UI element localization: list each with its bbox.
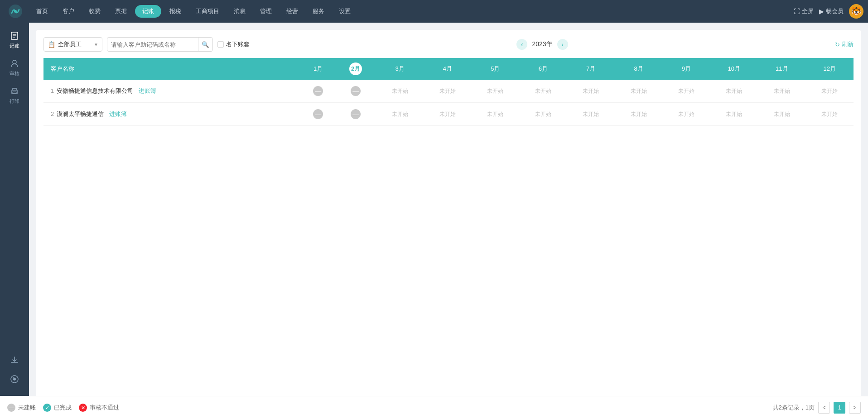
nav-item-settings[interactable]: 设置 (333, 5, 357, 18)
search-icon: 🔍 (202, 41, 209, 48)
status-not-started: 未开始 (821, 88, 838, 94)
chevron-left-icon: ‹ (521, 41, 523, 48)
row-name-cell: 2漠澜太平畅捷通信 进账簿 (43, 103, 301, 126)
fullscreen-icon: ⛶ (794, 8, 800, 15)
col-header-m4: 4月 (424, 58, 471, 80)
month-cell: 未开始 (615, 80, 662, 103)
prev-page-button[interactable]: < (818, 402, 830, 414)
status-dash-icon: — (313, 86, 323, 96)
not-built-label: 未建账 (18, 404, 36, 412)
status-not-started: 未开始 (821, 111, 838, 117)
status-not-started: 未开始 (678, 111, 694, 117)
sidebar: 记账 审核 打印 (0, 23, 29, 396)
entry-link[interactable]: 进账簿 (139, 87, 156, 94)
nav-item-home[interactable]: 首页 (30, 5, 54, 18)
audit-icon (10, 58, 19, 68)
month-cell: 未开始 (805, 80, 854, 103)
year-nav: ‹ 2023年 › (516, 39, 568, 50)
status-not-started: 未开始 (439, 111, 456, 117)
month-cell: — (301, 80, 336, 103)
status-not-started: 未开始 (439, 88, 456, 94)
nav-item-invoice[interactable]: 票据 (109, 5, 133, 18)
status-not-started: 未开始 (487, 111, 503, 117)
month-cell: — (336, 80, 376, 103)
col-header-name: 客户名称 (43, 58, 301, 80)
nav-item-billing[interactable]: 收费 (82, 5, 107, 18)
month-cell: 未开始 (376, 80, 424, 103)
search-button[interactable]: 🔍 (198, 37, 212, 52)
dropdown-arrow-icon: ▼ (94, 42, 98, 47)
sidebar-print-label: 打印 (10, 98, 19, 105)
my-accounts-checkbox[interactable] (217, 41, 224, 48)
sidebar-item-download[interactable] (0, 351, 29, 370)
status-not-started: 未开始 (535, 111, 551, 117)
member-label: 畅会员 (826, 7, 844, 15)
status-not-started: 未开始 (583, 88, 599, 94)
content-area: 📋 全部员工 ▼ 🔍 名下账套 ‹ (29, 23, 868, 396)
page-1-button[interactable]: 1 (834, 402, 845, 414)
sidebar-audit-label: 审核 (10, 70, 19, 77)
month-cell: 未开始 (710, 80, 758, 103)
toolbar: 📋 全部员工 ▼ 🔍 名下账套 ‹ (43, 37, 854, 52)
nav-item-business[interactable]: 工商项目 (189, 5, 226, 18)
employee-label: 全部员工 (58, 40, 91, 48)
status-not-started: 未开始 (774, 88, 790, 94)
nav-item-message[interactable]: 消息 (227, 5, 252, 18)
next-page-button[interactable]: > (849, 402, 861, 414)
col-header-m6: 6月 (519, 58, 567, 80)
table-row: 2漠澜太平畅捷通信 进账簿——未开始未开始未开始未开始未开始未开始未开始未开始未… (43, 103, 854, 126)
my-accounts-checkbox-wrap[interactable]: 名下账套 (217, 40, 250, 48)
sidebar-ledger-label: 记账 (10, 43, 19, 49)
sidebar-item-help[interactable] (0, 370, 29, 389)
col-header-m2: 2月 (336, 58, 376, 80)
nav-item-ledger[interactable]: 记账 (135, 5, 161, 18)
status-not-started: 未开始 (774, 111, 790, 117)
main-layout: 记账 审核 打印 (0, 23, 868, 396)
row-number: 1 (51, 87, 54, 94)
next-year-button[interactable]: › (557, 39, 568, 50)
footer: — 未建账 ✓ 已完成 ✕ 审核不通过 共2条记录，1页 < 1 > (0, 396, 868, 419)
month-cell: 未开始 (472, 80, 519, 103)
status-not-started: 未开始 (631, 88, 647, 94)
print-icon (10, 86, 19, 96)
employee-select[interactable]: 📋 全部员工 ▼ (43, 37, 102, 52)
nav-item-operation[interactable]: 经营 (280, 5, 304, 18)
play-icon: ▶ (819, 8, 824, 15)
legend-not-built: — 未建账 (7, 404, 36, 412)
col-header-m11: 11月 (758, 58, 805, 80)
refresh-button[interactable]: ↻ 刷新 (835, 40, 854, 48)
member-button[interactable]: ▶ 畅会员 (819, 7, 844, 15)
rejected-label: 审核不通过 (90, 404, 119, 412)
svg-rect-8 (13, 92, 16, 93)
chevron-right-icon: › (561, 41, 564, 48)
table-header-row: 客户名称 1月 2月 3月 4月 5月 6月 7月 8月 9月 (43, 58, 854, 80)
prev-year-button[interactable]: ‹ (516, 39, 527, 50)
status-not-started: 未开始 (583, 111, 599, 117)
avatar[interactable]: 🐯 (849, 4, 863, 19)
status-dash-icon: — (351, 109, 361, 119)
row-name-cell: 1安徽畅捷通信息技术有限公司 进账簿 (43, 80, 301, 103)
svg-point-6 (13, 60, 16, 64)
nav-item-manage[interactable]: 管理 (254, 5, 278, 18)
fullscreen-label: 全屏 (802, 7, 814, 15)
col-header-m3: 3月 (376, 58, 424, 80)
search-input[interactable] (107, 39, 198, 50)
refresh-label: 刷新 (842, 40, 854, 48)
sidebar-item-print[interactable]: 打印 (0, 82, 29, 109)
month-cell: 未开始 (662, 103, 710, 126)
help-icon (10, 374, 19, 384)
nav-items: 首页 客户 收费 票据 记账 报税 工商项目 消息 管理 经营 服务 设置 (30, 5, 794, 18)
sidebar-item-audit[interactable]: 审核 (0, 54, 29, 82)
col-header-m7: 7月 (567, 58, 614, 80)
month-cell: 未开始 (424, 80, 471, 103)
nav-item-service[interactable]: 服务 (306, 5, 331, 18)
entry-link[interactable]: 进账簿 (109, 111, 127, 117)
col-header-m12: 12月 (805, 58, 854, 80)
nav-item-client[interactable]: 客户 (56, 5, 81, 18)
fullscreen-button[interactable]: ⛶ 全屏 (794, 7, 814, 15)
sidebar-item-ledger[interactable]: 记账 (0, 26, 29, 54)
pagination: 共2条记录，1页 < 1 > (773, 402, 861, 414)
month-cell: 未开始 (758, 103, 805, 126)
download-icon (10, 355, 19, 365)
nav-item-tax[interactable]: 报税 (163, 5, 188, 18)
